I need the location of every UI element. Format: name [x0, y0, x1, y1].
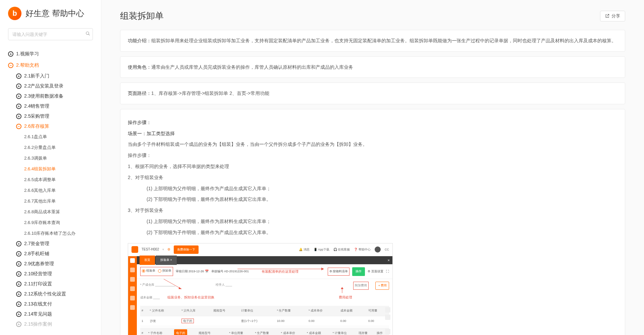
ss-td: 电子的	[181, 319, 194, 323]
nav-label: 2.15操作案例	[24, 321, 52, 327]
ss-nav-icon	[130, 296, 135, 300]
embedded-screenshot: TEST-H002 ▾ ⚙ 免费体验一下 🔔 消息 📱 App下载 🎧 在线客服…	[128, 243, 393, 335]
nav-sub-13[interactable]: 2.13在线支付	[16, 299, 93, 309]
nav-label: 2.4销售管理	[24, 103, 49, 109]
nav-leaf-268[interactable]: 2.6.8商品成本重算	[24, 207, 93, 217]
nav-sub-9[interactable]: 2.9优惠券管理	[16, 259, 93, 269]
ss-left-nav	[128, 256, 137, 335]
plus-icon	[16, 241, 21, 246]
nav-sub-12[interactable]: 2.12系统个性化设置	[16, 289, 93, 299]
nav-sub-10[interactable]: 2.10经营管理	[16, 269, 93, 279]
nav-sub-8[interactable]: 2.8手机旺铺	[16, 249, 93, 259]
ss-addcost-btn: 费用	[381, 284, 387, 287]
nav-sub-3[interactable]: 2.3使用前数据准备	[16, 91, 93, 101]
minus-icon	[8, 63, 13, 68]
ss-th-orange: 电子的	[174, 329, 187, 335]
nav-leaf-262[interactable]: 2.6.2分量盘点单	[24, 142, 93, 153]
ss-th: 生产数量	[257, 331, 269, 335]
plus-icon	[16, 312, 21, 317]
ss-th: 规格型号	[212, 306, 240, 316]
plus-icon	[8, 51, 13, 57]
nav-label: 2.14常见问题	[24, 311, 52, 317]
nav-leaf-264[interactable]: 2.6.4组装拆卸单	[24, 164, 93, 174]
nav-item-video[interactable]: 1.视频学习	[8, 48, 93, 60]
nav-leaf-269[interactable]: 2.6.9库存账本查询	[24, 217, 93, 228]
plus-icon	[16, 83, 21, 89]
ss-parent-table: # * 父件名称 * 父件入库 规格型号 计量单位 * 生产数量 * 成本单价 …	[140, 306, 389, 327]
search-input[interactable]	[8, 28, 93, 40]
nav-sub-2[interactable]: 2.2产品安装及登录	[16, 81, 93, 91]
ss-app: App下载	[318, 248, 329, 251]
nav-sub-4[interactable]: 2.4销售管理	[16, 101, 93, 111]
nav-leaf-261[interactable]: 2.6.1盘点单	[24, 131, 93, 142]
ss-th: 现存量	[357, 328, 375, 335]
nav-leaf-2610[interactable]: 2.6.10库存账本错了怎么办	[24, 228, 93, 239]
ss-doc-label: 单据编号	[211, 270, 223, 273]
steps-label: 操作步骤：	[128, 117, 618, 128]
plus-icon	[16, 104, 21, 109]
minus-icon	[16, 124, 21, 129]
ss-td: 10.00	[275, 316, 307, 326]
ss-radio-icon	[158, 269, 161, 273]
ss-radio-icon	[142, 269, 145, 273]
ss-user: CC	[385, 246, 389, 253]
nav-label: 1.视频学习	[16, 51, 39, 57]
content-text: (2) 下部明细为子件明细，最终作为产成品生成其它入库单。	[128, 227, 618, 238]
nav-leaf-266[interactable]: 2.6.6其他入库单	[24, 185, 93, 196]
ss-expand-icon: ⛶	[386, 268, 389, 275]
main-content: 组装拆卸单 分享 功能介绍：组装拆卸单用来处理企业组装或拆卸等加工业务，支持有固…	[101, 0, 644, 335]
nav-sub-6[interactable]: 2.6库存核算	[16, 121, 93, 131]
share-button[interactable]: 分享	[600, 11, 625, 21]
ss-avatar-icon	[375, 246, 381, 253]
intro-box: 功能介绍：组装拆卸单用来处理企业组装或拆卸等加工业务，支持有固定装配清单的产品加…	[120, 30, 625, 52]
nav-sub-11[interactable]: 2.11打印设置	[16, 279, 93, 289]
ss-tool-icon	[385, 307, 390, 313]
nav-leaf-265[interactable]: 2.6.5成本调整单	[24, 174, 93, 185]
search-icon[interactable]	[86, 31, 90, 37]
share-icon	[605, 14, 609, 18]
sidebar: b 好生意 帮助中心 1.视频学习 2.帮助文档 2.1新手入门 2.2产品安装…	[0, 0, 101, 335]
nav-sub-7[interactable]: 2.7资金管理	[16, 239, 93, 249]
content-text: 操作步骤：	[128, 150, 618, 161]
nav-leaf-263[interactable]: 2.6.3调拨单	[24, 153, 93, 164]
ss-nav-icon	[130, 286, 135, 291]
nav-label: 2.13在线支付	[24, 301, 52, 307]
nav-sub-1[interactable]: 2.1新手入门	[16, 71, 93, 81]
nav-label: 2.12系统个性化设置	[24, 291, 66, 297]
ss-bom-btn: 按物料清单	[333, 270, 348, 273]
nav-sub-14[interactable]: 2.14常见问题	[16, 309, 93, 319]
plus-icon	[16, 261, 21, 267]
ss-th: 成本金额	[309, 331, 321, 335]
logo-text: 好生意 帮助中心	[25, 8, 84, 19]
ss-tab-home: 首页	[140, 256, 155, 265]
nav-sub-5[interactable]: 2.5采购管理	[16, 111, 93, 121]
ss-th: 计量单位	[335, 331, 347, 335]
content-text: (2) 下部明细为子件明细，最终作为原材料生成其它出库单。	[128, 194, 618, 205]
page-title: 组装拆卸单	[120, 10, 164, 22]
plus-icon	[16, 73, 21, 79]
ss-radio1: 组装单	[146, 268, 155, 274]
ss-radio2: 拆卸单	[162, 268, 171, 274]
ss-handler: 经手人	[216, 283, 225, 286]
ss-testid: TEST-H002	[142, 246, 159, 253]
plus-icon	[16, 322, 21, 327]
ss-nav-icon	[130, 277, 135, 282]
ss-op-btn: 操作	[352, 267, 365, 276]
ss-th: 成本单价	[283, 331, 295, 335]
nav-label: 2.3使用前数据准备	[24, 93, 63, 99]
logo-icon: b	[8, 7, 21, 20]
path-label: 页面路径：	[128, 91, 151, 96]
nav-sub-15[interactable]: 2.15操作案例	[16, 319, 93, 329]
ss-nav-icon	[130, 305, 135, 310]
ss-th: 规格型号	[197, 328, 228, 335]
ss-th: 子件名称	[150, 331, 162, 335]
intro-label: 功能介绍：	[128, 38, 151, 43]
content-text: 1、根据不同的业务，选择不同单据的类型来处理	[128, 161, 618, 172]
ss-radio-group: 组装单 拆卸单	[140, 267, 173, 276]
ss-tab-new: 拆装单	[160, 258, 169, 262]
content-text: 3、对于拆装业务	[128, 205, 618, 216]
nav-item-docs[interactable]: 2.帮助文档	[8, 60, 93, 71]
nav-leaf-267[interactable]: 2.6.7其他出库单	[24, 196, 93, 207]
ss-th: 父件入库	[183, 309, 196, 312]
content-text: 当由多个子件材料组装成一个成品的业务为【组装】业务，当由一个父件拆分成多个子产品…	[128, 139, 618, 150]
